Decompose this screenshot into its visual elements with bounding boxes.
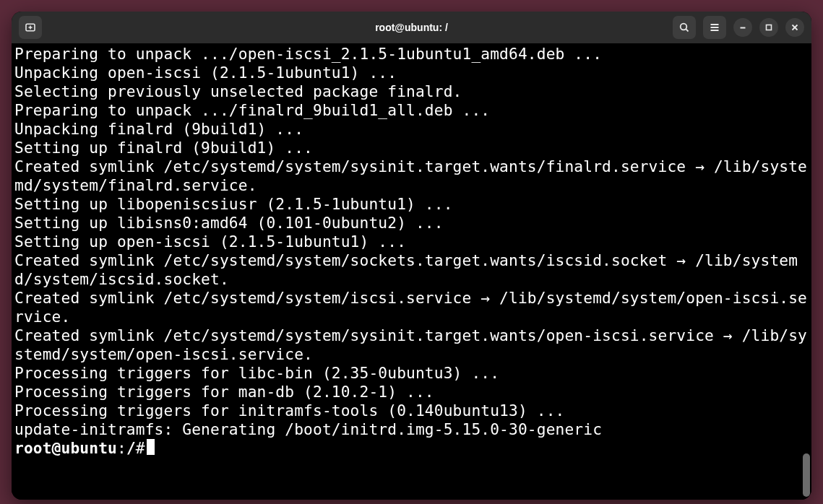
maximize-icon	[764, 23, 773, 32]
close-icon	[790, 23, 799, 32]
prompt-user-host: root@ubuntu	[14, 439, 117, 457]
output-line: Processing triggers for libc-bin (2.35-0…	[14, 364, 499, 382]
new-tab-button[interactable]	[19, 16, 42, 39]
output-line: Preparing to unpack .../finalrd_9build1_…	[14, 101, 490, 119]
svg-point-3	[681, 24, 687, 30]
output-line: Setting up finalrd (9build1) ...	[14, 139, 313, 157]
output-line: update-initramfs: Generating /boot/initr…	[14, 420, 602, 438]
scrollbar-thumb[interactable]	[803, 453, 810, 497]
minimize-icon	[738, 23, 747, 32]
prompt-symbol: #	[136, 439, 145, 457]
search-button[interactable]	[673, 16, 696, 39]
terminal-output[interactable]: Preparing to unpack .../open-iscsi_2.1.5…	[12, 43, 811, 500]
menu-button[interactable]	[703, 16, 726, 39]
output-line: Created symlink /etc/systemd/system/iscs…	[14, 289, 807, 326]
output-line: Created symlink /etc/systemd/system/sock…	[14, 251, 798, 288]
output-line: Processing triggers for initramfs-tools …	[14, 401, 564, 420]
cursor-icon	[147, 439, 155, 455]
svg-rect-9	[767, 25, 772, 30]
close-button[interactable]	[785, 18, 804, 37]
output-line: Unpacking open-iscsi (2.1.5-1ubuntu1) ..…	[14, 64, 397, 82]
minimize-button[interactable]	[733, 18, 752, 37]
output-line: Preparing to unpack .../open-iscsi_2.1.5…	[14, 45, 602, 63]
output-line: Created symlink /etc/systemd/system/sysi…	[14, 326, 807, 363]
svg-line-4	[686, 29, 688, 31]
output-line: Setting up libopeniscsiusr (2.1.5-1ubunt…	[14, 195, 453, 213]
titlebar: root@ubuntu: /	[12, 12, 811, 43]
output-line: Selecting previously unselected package …	[14, 82, 462, 100]
terminal-window: root@ubuntu: /	[12, 12, 811, 500]
output-line: Setting up open-iscsi (2.1.5-1ubuntu1) .…	[14, 233, 406, 251]
search-icon	[678, 22, 690, 33]
output-line: Processing triggers for man-db (2.10.2-1…	[14, 383, 434, 401]
output-line: Created symlink /etc/systemd/system/sysi…	[14, 157, 807, 194]
prompt-sep: :	[117, 439, 126, 457]
prompt-path: /	[126, 439, 136, 457]
output-line: Setting up libisns0:amd64 (0.101-0ubuntu…	[14, 214, 444, 232]
scrollbar-track[interactable]	[803, 43, 810, 497]
new-tab-icon	[24, 21, 37, 34]
maximize-button[interactable]	[759, 18, 778, 37]
hamburger-menu-icon	[709, 22, 720, 33]
output-line: Unpacking finalrd (9build1) ...	[14, 120, 303, 138]
